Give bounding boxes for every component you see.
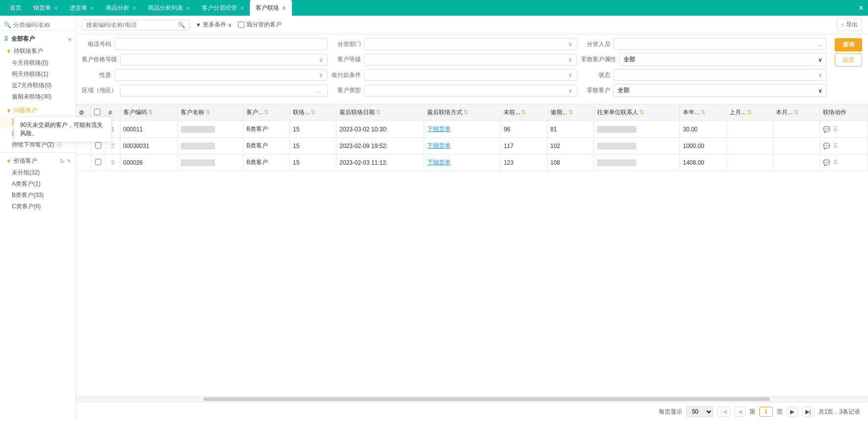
last-page-button[interactable]: ▶| [802,407,815,417]
close-icon[interactable]: ✕ [132,5,136,11]
more-action-icon[interactable]: ⠿ [833,126,838,133]
zero-customer-select[interactable]: 全部 ∨ [613,84,827,97]
th-this-year[interactable]: 本年...⇅ [680,104,726,121]
td-settings [76,154,91,171]
table-row: 1 000011 B类客户 15 2023-03-02 10:30: 下销货单 … [76,121,868,138]
tab-product-list[interactable]: 商品分析列表 ✕ [142,0,196,16]
tab-customer-segment[interactable]: 客户分层经营 ✕ [196,0,250,16]
close-icon[interactable]: ✕ [186,5,190,11]
edit-icon[interactable]: ✎ [67,158,72,165]
next-page-button[interactable]: ▶ [787,407,798,417]
advanced-filter-panel: 电话号码 分管部门 ∨ 分管人员 [76,34,868,104]
chat-icon[interactable]: 💬 [823,159,830,166]
dept-select[interactable]: ∨ [364,38,578,50]
sidebar-item-tomorrow-pending[interactable]: 明天待联络(1) [0,69,75,80]
td-last-type[interactable]: 下销货单 [424,154,501,171]
customer-type-select[interactable]: ∨ [364,85,578,97]
td-this-year: 1408.00 [680,154,726,171]
scrollbar-thumb[interactable] [203,397,770,401]
more-action-icon[interactable]: ⠿ [833,159,838,166]
th-unit-contact[interactable]: 往来单位联系人⇅ [594,104,680,121]
my-customers-checkbox-label[interactable]: 我分管的客户 [238,21,282,29]
sidebar-group-pending-header[interactable]: ▼ 待联络客户 [0,45,75,57]
close-window-button[interactable]: ✕ [858,4,864,12]
tab-sales[interactable]: 销货单 ✕ [27,0,64,16]
price-grade-select[interactable]: ∨ [120,54,328,66]
prev-page-button[interactable]: ◀ [734,407,746,417]
td-this-month [773,138,820,154]
query-button[interactable]: 查询 [835,38,862,51]
region-select[interactable]: ... [120,85,328,97]
filter-field-dept: 分管部门 ∨ [332,38,578,50]
chevron-down-icon: ∨ [568,72,573,78]
chevron-left-icon[interactable]: « [68,36,72,43]
phone-input[interactable] [114,38,328,50]
th-last-type[interactable]: 最后联络方式⇅ [424,104,501,121]
filter-field-zero-attr: 零散客户属性 全部 ∨ [581,53,827,66]
sidebar-all-customers[interactable]: ⠿ 全部客户 « [0,33,75,45]
staff-select[interactable]: ... [613,38,827,50]
first-page-button[interactable]: |◀ [717,407,730,417]
th-last-date[interactable]: 最后联络日期⇅ [337,104,424,121]
refresh-icon[interactable]: ↻ [60,158,65,165]
sidebar-item-class-b[interactable]: B类客户(33) [0,190,75,201]
tab-customer-link[interactable]: 客户联络 ✕ [250,0,292,16]
per-page-select[interactable]: 50 20 100 [686,406,713,417]
sidebar-item-today-pending[interactable]: 今天待联络(0) [0,57,75,69]
td-last-type[interactable]: 下销货单 [424,138,501,154]
gender-select[interactable]: ∨ [114,69,328,81]
arrow-icon: ▼ [6,48,12,55]
td-not-contacted: 123 [501,154,547,171]
chat-icon[interactable]: 💬 [823,126,830,133]
sidebar-item-overdue-pending[interactable]: 逾期未联络(30) [0,91,75,102]
sidebar-item-ungroup[interactable]: 未分组(32) [0,167,75,178]
close-icon[interactable]: ✕ [54,5,58,11]
th-type[interactable]: 客户...⇅ [243,104,289,121]
close-icon[interactable]: ✕ [240,5,244,11]
zero-attr-select[interactable]: 全部 ∨ [619,53,827,66]
settings-button[interactable]: 设置 [835,53,862,67]
td-not-contacted: 96 [501,121,547,138]
chat-icon[interactable]: 💬 [823,143,830,149]
grid-icon: ⠿ [4,36,8,43]
sidebar-item-week-pending[interactable]: 近7天待联络(0) [0,80,75,91]
sidebar-item-class-a[interactable]: A类客户(1) [0,178,75,190]
th-code[interactable]: 客户编码⇅ [120,104,178,121]
horizontal-scrollbar[interactable] [76,396,868,402]
th-name[interactable]: 客户名称⇅ [178,104,243,121]
my-customers-checkbox[interactable] [238,22,244,28]
td-unit-contact [594,121,680,138]
close-icon[interactable]: ✕ [90,5,94,11]
status-select[interactable]: ∨ [613,69,827,81]
tab-product-analysis[interactable]: 商品分析 ✕ [100,0,142,16]
th-last-month[interactable]: 上月...⇅ [726,104,773,121]
select-all-checkbox[interactable] [94,109,100,115]
th-overdue[interactable]: 逾期...⇅ [547,104,594,121]
td-this-year: 1000.00 [680,138,726,154]
more-conditions-button[interactable]: ▼ 更多条件 ∨ [195,21,232,29]
td-unit-contact [594,154,680,171]
th-contact[interactable]: 联络...⇅ [289,104,336,121]
sidebar-search-input[interactable] [13,22,76,28]
sidebar-group-churn-header[interactable]: ▼ 问题客户 [0,104,75,117]
dots-icon[interactable]: ... [314,87,323,94]
payment-select[interactable]: ∨ [364,69,578,81]
filter-field-status: 状态 ∨ [581,69,827,81]
sidebar-group-value-header[interactable]: ▼ 价值客户 ↻ ✎ [0,155,75,167]
more-action-icon[interactable]: ⠿ [833,143,838,149]
tab-purchase[interactable]: 进货单 ✕ [64,0,100,16]
customer-grade-select[interactable]: ∨ [364,54,578,66]
tab-home[interactable]: 首页 [4,0,27,16]
td-last-type[interactable]: 下销货单 [424,121,501,138]
td-check[interactable] [91,154,105,171]
filter-search-input[interactable] [86,22,178,28]
sidebar-group-value: ▼ 价值客户 ↻ ✎ 未分组(32) A类客户(1) B类客户(33) C类客户… [0,155,75,212]
total-records-label: 共1页，3条记录 [819,408,860,416]
td-name [178,154,243,171]
export-button[interactable]: ↑ 导出 [837,19,862,31]
close-icon[interactable]: ✕ [282,5,286,11]
th-this-month[interactable]: 本月...⇅ [773,104,820,121]
sidebar-item-class-c[interactable]: C类客户(6) [0,201,75,212]
filter-search-button[interactable]: 🔍 [178,22,185,28]
th-not-contacted[interactable]: 未联...⇅ [501,104,547,121]
